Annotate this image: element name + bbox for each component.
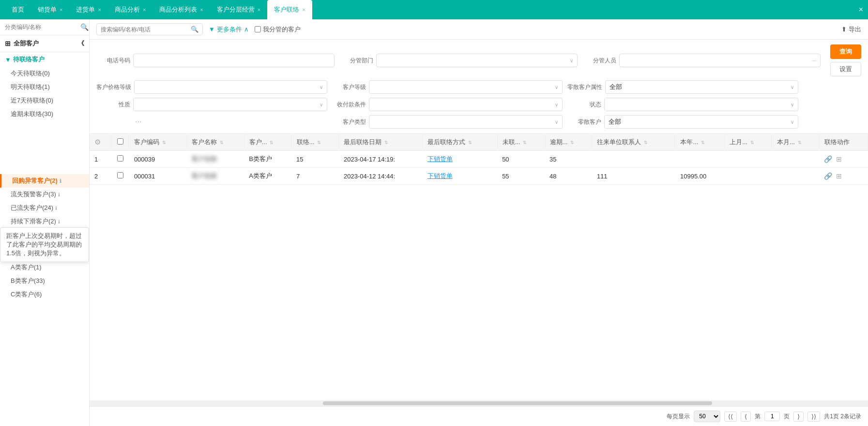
field-person-input[interactable]: ···: [619, 54, 821, 67]
prev-page-btn[interactable]: ⟨: [741, 411, 751, 422]
row1-overdue: 35: [545, 151, 592, 168]
nav-customer-segment-close[interactable]: ×: [258, 7, 260, 13]
col-contact-header[interactable]: 联络... ⇅: [291, 134, 339, 151]
my-customers-checkbox-label[interactable]: 我分管的客户: [255, 25, 301, 34]
sidebar-search-area: 🔍: [0, 19, 89, 35]
row1-last-method-link[interactable]: 下销货单: [427, 155, 453, 162]
sidebar-collapse-icon[interactable]: 《: [78, 39, 84, 48]
nav-product-analysis-list[interactable]: 商品分析列表 ×: [152, 0, 210, 19]
nav-product-analysis-close[interactable]: ×: [143, 7, 146, 13]
field-phone-input[interactable]: [133, 54, 335, 67]
filter-search-box: 🔍: [96, 23, 203, 35]
col-name-header[interactable]: 客户名称 ⇅: [187, 134, 244, 151]
query-btn[interactable]: 查询: [830, 44, 861, 59]
row1-no: 1: [90, 151, 112, 168]
col-not-contact-header[interactable]: 未联... ⇅: [497, 134, 545, 151]
nav-home[interactable]: 首页: [5, 0, 31, 19]
row1-select[interactable]: [117, 155, 123, 162]
row2-contact: 7: [291, 168, 339, 185]
close-all-tabs[interactable]: ×: [859, 5, 863, 14]
filter-more-btn[interactable]: ▼ 更多条件 ∧: [209, 25, 249, 34]
sidebar-item-a-class[interactable]: A类客户(1): [0, 261, 89, 274]
first-page-btn[interactable]: ⟨⟨: [724, 411, 737, 422]
sidebar-item-tomorrow[interactable]: 明天待联络(1): [0, 80, 89, 94]
table-settings-gear[interactable]: ⚙: [94, 138, 101, 146]
per-page-select[interactable]: 50 20 100: [694, 411, 720, 422]
col-person-header[interactable]: 往来单位联系人 ⇅: [592, 134, 675, 151]
nav-sales-order[interactable]: 销货单 ×: [31, 0, 69, 19]
person-dots[interactable]: ···: [812, 58, 816, 63]
row1-grid-icon[interactable]: ⊞: [836, 155, 842, 163]
scroll-thumb[interactable]: [323, 401, 712, 405]
nav-purchase-order[interactable]: 进货单 ×: [69, 0, 107, 19]
field-scattered-cust-input[interactable]: 全部 ∨: [604, 115, 798, 129]
col-last-date-header[interactable]: 最后联络日期 ⇅: [339, 134, 423, 151]
field-price-level-input[interactable]: ∨: [134, 80, 327, 94]
field-nature-input[interactable]: ∨: [133, 98, 327, 111]
row2-last-method-link[interactable]: 下销货单: [427, 172, 453, 179]
row2-grid-icon[interactable]: ⊞: [836, 172, 842, 180]
export-btn[interactable]: ⬆ 导出: [841, 25, 861, 34]
sidebar-item-churned[interactable]: 已流失客户(24) ℹ: [0, 201, 89, 215]
col-last-method-header[interactable]: 最后联络方式 ⇅: [423, 134, 497, 151]
last-page-btn[interactable]: ⟩⟩: [807, 411, 820, 422]
field-scattered-attr-input[interactable]: 全部 ∨: [605, 80, 798, 94]
field-cust-level-input[interactable]: ∨: [369, 80, 563, 94]
nav-purchase-order-close[interactable]: ×: [98, 7, 101, 13]
row2-select[interactable]: [117, 172, 123, 178]
col-overdue-header[interactable]: 逾期... ⇅: [545, 134, 592, 151]
sidebar: 🔍 ⊞ 全部客户 《 ▼ 待联络客户 今天待联络(0) 明天待联络(1) 近7天…: [0, 19, 90, 426]
settings-btn[interactable]: 设置: [830, 62, 861, 76]
select-all-checkbox[interactable]: [117, 138, 123, 145]
sidebar-all-customers[interactable]: ⊞ 全部客户 《: [0, 35, 89, 52]
row2-link-icon[interactable]: 🔗: [824, 172, 832, 180]
filter-search-icon[interactable]: 🔍: [191, 26, 198, 33]
field-payment-input[interactable]: ∨: [369, 98, 563, 111]
adv-filters-row3: 性质 ∨ 收付款条件 ∨ 状态: [96, 98, 861, 111]
horizontal-scrollbar[interactable]: [90, 400, 868, 406]
field-dots: ···: [96, 118, 327, 126]
sidebar-item-c-class[interactable]: C类客户(6): [0, 288, 89, 301]
field-status-input[interactable]: ∨: [604, 98, 798, 111]
filter-search-input[interactable]: [101, 26, 188, 33]
nav-product-analysis[interactable]: 商品分析 ×: [108, 0, 152, 19]
sidebar-search-icon[interactable]: 🔍: [80, 23, 89, 31]
field-dept: 分管部门 ∨: [339, 54, 578, 67]
field-nature-label: 性质: [96, 101, 130, 109]
last-month-sort-icon: ⇅: [750, 140, 754, 145]
col-last-month-header[interactable]: 上月... ⇅: [725, 134, 772, 151]
col-code-header[interactable]: 客户编码 ⇅: [129, 134, 187, 151]
sidebar-item-declining[interactable]: 持续下滑客户(2) ℹ: [0, 215, 89, 228]
field-price-level-label: 客户价格等级: [96, 83, 131, 91]
sidebar-item-overdue[interactable]: 逾期未联络(30): [0, 107, 89, 121]
sidebar-group-pending[interactable]: ▼ 待联络客户: [0, 52, 89, 67]
nav-customer-contact[interactable]: 客户联络 ×: [267, 0, 312, 19]
row1-level: B类客户: [244, 151, 291, 168]
sidebar-search-input[interactable]: [5, 24, 77, 30]
sidebar-item-b-class[interactable]: B类客户(33): [0, 274, 89, 288]
nav-sales-order-close[interactable]: ×: [60, 7, 62, 13]
field-cust-type-input[interactable]: ∨: [369, 115, 563, 129]
col-this-month-header[interactable]: 本月... ⇅: [772, 134, 820, 151]
sidebar-item-repurchase-abnormal[interactable]: 回购异常客户(2) ℹ: [0, 174, 89, 188]
nav-customer-contact-close[interactable]: ×: [302, 7, 305, 13]
col-level-header[interactable]: 客户... ⇅: [244, 134, 291, 151]
my-customers-checkbox[interactable]: [255, 26, 261, 32]
sidebar-item-7days[interactable]: 近7天待联络(0): [0, 94, 89, 107]
field-phone-label: 电话号码: [96, 57, 130, 65]
row1-link-icon[interactable]: 🔗: [824, 155, 832, 163]
filter-bar: 🔍 ▼ 更多条件 ∧ 我分管的客户 ⬆ 导出: [90, 19, 868, 40]
col-this-year-header[interactable]: 本年... ⇅: [675, 134, 725, 151]
sidebar-item-churn-warning[interactable]: 流失预警客户(3) ℹ: [0, 188, 89, 201]
field-dept-input[interactable]: ∨: [376, 54, 578, 67]
field-scattered-cust-label: 零散客户: [567, 118, 601, 126]
nav-customer-segment[interactable]: 客户分层经营 ×: [210, 0, 267, 19]
dots-btn[interactable]: ···: [133, 118, 143, 126]
churned-info-icon: ℹ: [55, 206, 57, 211]
nav-product-analysis-list-close[interactable]: ×: [200, 7, 203, 13]
row1-person: [592, 151, 675, 168]
page-input[interactable]: [764, 411, 780, 421]
sidebar-item-today[interactable]: 今天待联络(0): [0, 67, 89, 80]
next-page-btn[interactable]: ⟩: [793, 411, 804, 422]
name-sort-icon: ⇅: [220, 140, 224, 145]
